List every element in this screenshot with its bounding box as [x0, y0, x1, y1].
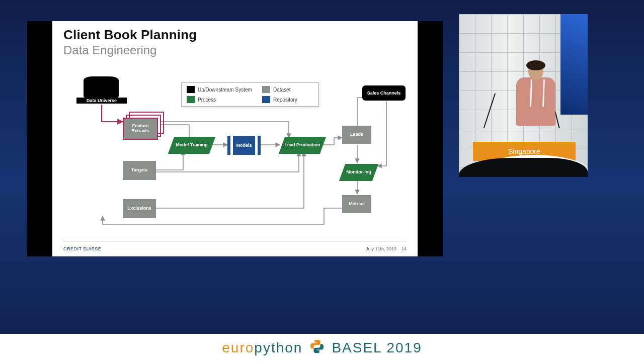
slide-page-number: 14 [401, 246, 407, 251]
node-sales-channels: Sales Channels [362, 85, 406, 101]
legend-updown: Up/Downstream System [187, 86, 252, 93]
legend-box: Up/Downstream System Process Dataset Rep… [181, 82, 319, 107]
footer-divider [63, 241, 407, 241]
speaker-person [513, 62, 557, 127]
node-monitoring: Monitor-ing [342, 164, 375, 181]
node-model-training: Model Training [171, 137, 212, 154]
conference-banner: europython BASEL 2019 [0, 334, 644, 362]
video-frame: Client Book Planning Data Engineering Up… [0, 0, 644, 362]
banner-basel: BASEL 2019 [332, 340, 422, 356]
legend-dataset: Dataset [262, 86, 290, 93]
node-feature-extracts: Feature Extracts [123, 118, 158, 140]
node-leads: Leads [342, 126, 371, 144]
python-logo-icon [309, 339, 325, 357]
node-models: Models [227, 136, 261, 155]
node-data-universe [84, 76, 119, 97]
slide-date: July 11th, 2019 [366, 246, 396, 251]
legend-repository: Repository [262, 96, 297, 103]
legend-process: Process [187, 96, 216, 103]
banner-euro: europython [222, 340, 302, 356]
slide-letterbox: Client Book Planning Data Engineering Up… [27, 21, 443, 256]
slide: Client Book Planning Data Engineering Up… [52, 21, 418, 256]
label-data-universe: Data Universe [76, 98, 127, 104]
node-exclusions: Exclusions [123, 199, 156, 218]
brand-credit-suisse: CREDIT SUISSE [63, 246, 101, 251]
slide-title: Client Book Planning [63, 27, 197, 43]
speaker-camera: Singapore python [459, 14, 588, 177]
slide-subtitle: Data Engineering [63, 43, 156, 57]
node-lead-production: Lead Production [282, 137, 323, 154]
node-targets: Targets [123, 161, 156, 180]
node-metrics: Metrics [342, 195, 371, 213]
